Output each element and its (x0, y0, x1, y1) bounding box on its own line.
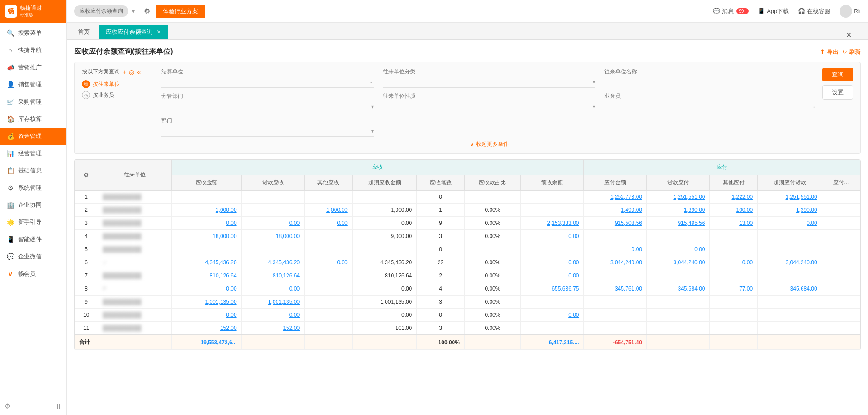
row-number: 6 (75, 256, 98, 269)
footer-label: 合计 (75, 335, 171, 350)
page-actions: ⬆ 导出 ↻ 刷新 (820, 48, 861, 56)
filter-label-dept: 部门 (161, 117, 374, 124)
col-ap-loan-header: 贷款应付 (646, 175, 710, 191)
scheme-partner[interactable]: 畅 按往来单位 (82, 80, 146, 88)
row-number: 5 (75, 243, 98, 256)
partner-cell: ██████████ (98, 217, 171, 230)
filter-input-wanglai-fenlei[interactable]: ▾ (383, 77, 595, 88)
sidebar-bottom: ⚙ ⏸ (0, 397, 66, 415)
page-content: 应收应付余额查询(按往来单位) ⬆ 导出 ↻ 刷新 (67, 40, 868, 415)
sidebar-item-label: 库存核算 (18, 115, 42, 123)
dept-chevron-icon: ▾ (371, 128, 374, 134)
tab-ar-ap-query[interactable]: 应收应付余额查询 ✕ (99, 25, 168, 39)
row-number: 9 (75, 296, 98, 309)
sidebar-item-enterprise[interactable]: 🏢 企业协同 (0, 196, 66, 214)
data-table-wrapper: ⚙ 往来单位 应收 应付 应收金额 贷款应收 其他应收 超期应收金额 应收笔数 (74, 159, 861, 350)
sidebar-item-quick-nav[interactable]: ⌂ 快捷导航 (0, 42, 66, 59)
refresh-button[interactable]: ↻ 刷新 (842, 48, 861, 56)
tab-maximize-icon[interactable]: ⛶ (855, 31, 863, 39)
tab-ar-ap-label: 应收应付余额查询 (106, 28, 153, 36)
col-ar-ratio-header: 应收款占比 (464, 175, 520, 191)
footer-ar-prepay[interactable]: 6,417,215.... (520, 335, 584, 350)
partner-cell: ██████████ (98, 322, 171, 335)
export-button[interactable]: ⬆ 导出 (820, 48, 839, 56)
app-download-button[interactable]: 📱 App下载 (758, 7, 789, 15)
filter-label-fenguan-dept: 分管部门 (161, 92, 374, 100)
sidebar-item-wechat[interactable]: 💬 企业微信 (0, 248, 66, 265)
sidebar-item-inventory[interactable]: 🏠 库存核算 (0, 110, 66, 128)
row-number: 3 (75, 217, 98, 230)
col-ap-more-header: 应付... (822, 175, 860, 191)
query-button[interactable]: 查询 (822, 68, 853, 81)
scheme-partner-icon: 畅 (82, 80, 90, 88)
filter-input-wanglai-xingzhi[interactable]: ▾ (383, 102, 595, 112)
sidebar-item-search-menu[interactable]: 🔍 搜索菜单 (0, 24, 66, 42)
tab-close-window-icon[interactable]: ✕ (846, 31, 852, 39)
footer-ar-other (305, 335, 353, 350)
collapse-filter-button[interactable]: ∧ 收起更多条件 (470, 140, 509, 148)
marketing-icon: 📣 (6, 63, 14, 72)
filter-input-wanglai-name[interactable] (604, 77, 817, 81)
filter-input-yewuyuan[interactable]: ··· (604, 102, 817, 112)
filter-input-fenguan-dept[interactable]: ▾ (161, 102, 374, 112)
main-area: 应收应付余额查询 ▾ ⚙ 体验行业方案 💬 消息 99+ 📱 App下载 🎧 在… (67, 0, 868, 415)
col-settings-header[interactable]: ⚙ (75, 160, 98, 191)
sidebar-item-system[interactable]: ⚙ 系统管理 (0, 179, 66, 196)
sidebar-item-label: 搜索菜单 (18, 29, 42, 37)
sidebar-item-smart-hw[interactable]: 📱 智能硬件 (0, 231, 66, 248)
header-nav-text: 应收应付余额查询 (74, 5, 128, 17)
sidebar-item-sales[interactable]: 👤 销售管理 (0, 76, 66, 93)
sidebar-item-beginner[interactable]: 🌟 新手引导 (0, 214, 66, 231)
table-row: 7██████████810,126.64810,126.64810,126.6… (75, 269, 860, 282)
sidebar-item-base-info[interactable]: 📋 基础信息 (0, 162, 66, 179)
filter-item-yewuyuan: 业务员 ··· (604, 92, 817, 112)
footer-ap-overdue (758, 335, 822, 350)
settings-scheme-icon[interactable]: ◎ (129, 68, 134, 76)
top-header: 应收应付余额查询 ▾ ⚙ 体验行业方案 💬 消息 99+ 📱 App下载 🎧 在… (67, 0, 868, 23)
tab-close-icon[interactable]: ✕ (156, 29, 161, 35)
sales-icon: 👤 (6, 81, 14, 89)
add-scheme-icon[interactable]: + (123, 68, 126, 76)
wanglai-xingzhi-chevron-icon: ▾ (593, 104, 595, 110)
filter-header-label: 按以下方案查询 (82, 68, 120, 76)
sidebar-item-label: 经营管理 (18, 149, 42, 157)
filter-input-dept[interactable]: ▾ (161, 126, 374, 137)
tab-home[interactable]: 首页 (71, 25, 97, 39)
header-gear-icon[interactable]: ⚙ (144, 7, 150, 15)
table-row: 10██████████0.000.000.0000.00%0.00 (75, 309, 860, 322)
footer-ap-more (822, 335, 860, 350)
scheme-salesman[interactable]: ◷ 按业务员 (82, 91, 146, 99)
col-ar-count-header: 应收笔数 (417, 175, 465, 191)
sidebar-item-operations[interactable]: 📊 经营管理 (0, 145, 66, 162)
beginner-icon: 🌟 (6, 218, 14, 226)
partner-cell: ██████████ (98, 296, 171, 309)
filter-input-jiesuan[interactable]: ··· (161, 77, 374, 88)
filter-item-wanglai-fenlei: 往来单位分类 ▾ (383, 68, 595, 88)
trial-button[interactable]: 体验行业方案 (156, 5, 205, 18)
settings-bottom-icon[interactable]: ⚙ (5, 402, 11, 410)
messages-button[interactable]: 💬 消息 99+ (713, 7, 749, 15)
footer-ap-amount[interactable]: -654,751.40 (584, 335, 647, 350)
collapse-sidebar-icon[interactable]: ⏸ (55, 402, 62, 410)
table-settings-gear-icon[interactable]: ⚙ (83, 172, 89, 179)
footer-ar-loan (241, 335, 305, 350)
app-download-icon: 📱 (758, 8, 765, 14)
footer-ar-amount[interactable]: 19,553,472,6... (171, 335, 241, 350)
logo-icon: 畅 (5, 5, 17, 18)
partner-cell: ██████████ (98, 309, 171, 322)
footer-ap-other (710, 335, 758, 350)
settings-button[interactable]: 设置 (822, 85, 853, 100)
col-ar-amount-header: 应收金额 (171, 175, 241, 191)
col-ap-overdue-header: 超期应付货款 (758, 175, 822, 191)
refresh-icon: ↻ (842, 48, 847, 55)
online-service-button[interactable]: 🎧 在线客服 (798, 7, 830, 15)
user-avatar[interactable]: Rit (840, 5, 861, 18)
sidebar-item-finance[interactable]: 💰 资金管理 (0, 128, 66, 145)
sidebar-item-purchase[interactable]: 🛒 采购管理 (0, 93, 66, 110)
filter-fields: 结算单位 ··· 往来单位分类 (161, 68, 817, 137)
row-number: 1 (75, 191, 98, 204)
collapse-scheme-icon[interactable]: « (137, 68, 141, 76)
sidebar-item-member[interactable]: V 畅会员 (0, 265, 66, 282)
sidebar-item-marketing[interactable]: 📣 营销推广 (0, 59, 66, 76)
col-ap-other-header: 其他应付 (710, 175, 758, 191)
